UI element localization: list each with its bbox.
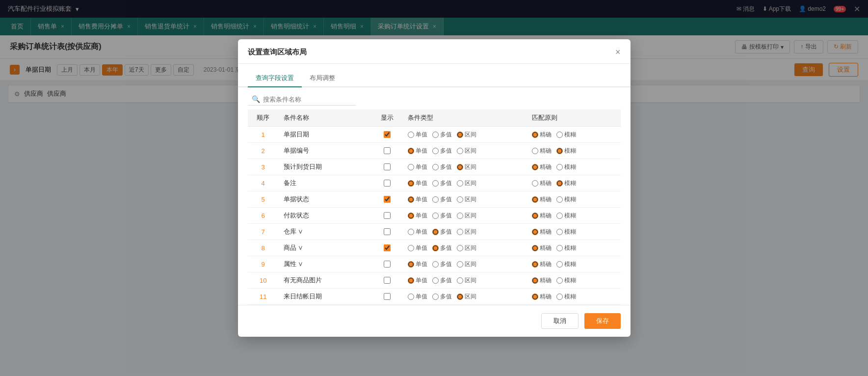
dialog-header: 设置查询区域布局 × [238, 39, 631, 64]
search-icon: 🔍 [252, 95, 260, 103]
modal-overlay: 设置查询区域布局 × 查询字段设置 布局调整 🔍 顺序 [0, 0, 868, 107]
settings-dialog: 设置查询区域布局 × 查询字段设置 布局调整 🔍 顺序 [238, 39, 631, 107]
dialog-search-area: 🔍 [238, 87, 631, 107]
dialog-tab-layout[interactable]: 布局调整 [302, 70, 343, 87]
search-input[interactable] [263, 96, 351, 103]
dialog-tab-query-fields[interactable]: 查询字段设置 [248, 70, 302, 87]
dialog-close-button[interactable]: × [615, 47, 621, 57]
search-input-wrapper[interactable]: 🔍 [248, 93, 356, 106]
dialog-title: 设置查询区域布局 [248, 48, 307, 57]
dialog-tabs: 查询字段设置 布局调整 [238, 64, 631, 87]
